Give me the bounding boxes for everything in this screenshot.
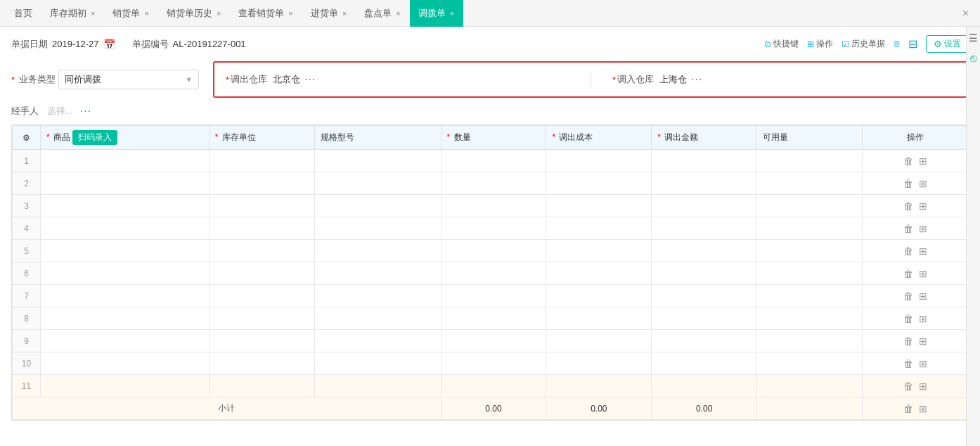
row-qty-3[interactable]: [441, 195, 546, 217]
row-qty-8[interactable]: [441, 307, 546, 330]
row-qty-1[interactable]: [441, 150, 546, 172]
row-unit-2[interactable]: [209, 172, 314, 195]
row-cost-7[interactable]: [546, 285, 652, 307]
row-amount-6[interactable]: [652, 262, 757, 285]
tab-sales-history-close[interactable]: ×: [217, 9, 221, 18]
row-cost-3[interactable]: [546, 195, 652, 217]
row-spec-3[interactable]: [314, 195, 441, 217]
row-cost-4[interactable]: [546, 217, 652, 240]
row-available-2[interactable]: [757, 172, 863, 195]
row-qty-4[interactable]: [441, 217, 546, 240]
row-unit-5[interactable]: [209, 240, 314, 262]
tab-transfer-close[interactable]: ×: [450, 9, 454, 18]
warehouse-out-more-button[interactable]: ···: [304, 73, 316, 86]
row-product-3[interactable]: [41, 195, 209, 217]
copy-icon-4[interactable]: ⊞: [919, 223, 927, 234]
handler-more-button[interactable]: ···: [80, 105, 91, 117]
row-available-1[interactable]: [757, 150, 863, 172]
tab-home[interactable]: 首页: [6, 0, 41, 27]
row-amount-3[interactable]: [652, 195, 757, 217]
row-unit-10[interactable]: [209, 352, 314, 375]
history-button[interactable]: ☑ 历史单据: [842, 38, 885, 50]
row-available-8[interactable]: [757, 307, 863, 330]
row-unit-8[interactable]: [209, 307, 314, 330]
row-available-10[interactable]: [757, 352, 863, 375]
tab-stocktake[interactable]: 盘点单 ×: [356, 0, 409, 27]
tab-inventory-initial-close[interactable]: ×: [91, 9, 95, 18]
tab-purchase-close[interactable]: ×: [342, 9, 347, 18]
tab-sales-order-close[interactable]: ×: [144, 9, 148, 18]
calendar-icon[interactable]: 📅: [103, 39, 115, 50]
tab-transfer[interactable]: 调拨单 ×: [410, 0, 463, 27]
row-spec-10[interactable]: [314, 352, 441, 375]
row-product-7[interactable]: [41, 285, 209, 307]
copy-icon-9[interactable]: ⊞: [919, 336, 927, 347]
copy-icon-1[interactable]: ⊞: [919, 155, 927, 167]
row-unit-11[interactable]: [209, 375, 314, 397]
row-cost-2[interactable]: [546, 172, 652, 195]
row-product-9[interactable]: [41, 330, 209, 352]
row-spec-6[interactable]: [314, 262, 441, 285]
row-product-4[interactable]: [41, 217, 209, 240]
setting-button[interactable]: ⚙ 设置: [926, 35, 969, 53]
delete-icon-8[interactable]: 🗑: [903, 313, 913, 324]
row-spec-4[interactable]: [314, 217, 441, 240]
row-unit-1[interactable]: [209, 150, 314, 172]
row-cost-8[interactable]: [546, 307, 652, 330]
list-view-button[interactable]: ≡: [894, 38, 900, 51]
row-product-8[interactable]: [41, 307, 209, 330]
row-cost-11[interactable]: [546, 375, 652, 397]
row-spec-5[interactable]: [314, 240, 441, 262]
grid-view-button[interactable]: ⊟: [908, 37, 917, 51]
copy-icon-11[interactable]: ⊞: [919, 381, 927, 392]
row-available-6[interactable]: [757, 262, 863, 285]
row-spec-2[interactable]: [314, 172, 441, 195]
row-amount-9[interactable]: [652, 330, 757, 352]
row-cost-10[interactable]: [546, 352, 652, 375]
tab-stocktake-close[interactable]: ×: [396, 9, 400, 18]
tab-sales-history[interactable]: 销货单历史 ×: [158, 0, 230, 27]
row-qty-5[interactable]: [441, 240, 546, 262]
row-unit-3[interactable]: [209, 195, 314, 217]
row-product-11[interactable]: [41, 375, 209, 397]
copy-icon-6[interactable]: ⊞: [919, 268, 927, 279]
row-product-6[interactable]: [41, 262, 209, 285]
row-available-3[interactable]: [757, 195, 863, 217]
row-spec-7[interactable]: [314, 285, 441, 307]
row-spec-8[interactable]: [314, 307, 441, 330]
row-qty-10[interactable]: [441, 352, 546, 375]
delete-icon-5[interactable]: 🗑: [903, 246, 913, 257]
delete-icon-10[interactable]: 🗑: [903, 358, 913, 369]
row-available-7[interactable]: [757, 285, 863, 307]
row-product-2[interactable]: [41, 172, 209, 195]
row-amount-7[interactable]: [652, 285, 757, 307]
delete-icon-2[interactable]: 🗑: [903, 178, 913, 189]
delete-icon-sub[interactable]: 🗑: [903, 403, 913, 414]
copy-icon-3[interactable]: ⊞: [919, 200, 927, 212]
row-cost-9[interactable]: [546, 330, 652, 352]
delete-icon-1[interactable]: 🗑: [903, 155, 913, 167]
scan-button[interactable]: 扫码录入: [72, 130, 117, 145]
row-cost-1[interactable]: [546, 150, 652, 172]
row-unit-4[interactable]: [209, 217, 314, 240]
warehouse-in-more-button[interactable]: ···: [691, 73, 702, 86]
row-amount-4[interactable]: [652, 217, 757, 240]
row-amount-10[interactable]: [652, 352, 757, 375]
row-qty-9[interactable]: [441, 330, 546, 352]
copy-icon-10[interactable]: ⊞: [919, 358, 927, 369]
copy-icon-2[interactable]: ⊞: [919, 178, 927, 189]
sidebar-external-link-icon[interactable]: ⎋: [970, 52, 977, 65]
window-close-button[interactable]: ×: [957, 7, 974, 20]
row-qty-6[interactable]: [441, 262, 546, 285]
row-available-11[interactable]: [757, 375, 863, 397]
delete-icon-4[interactable]: 🗑: [903, 223, 913, 234]
row-unit-7[interactable]: [209, 285, 314, 307]
row-unit-6[interactable]: [209, 262, 314, 285]
tab-purchase[interactable]: 进货单 ×: [302, 0, 356, 27]
copy-icon-5[interactable]: ⊞: [919, 246, 927, 257]
row-available-5[interactable]: [757, 240, 863, 262]
handler-placeholder[interactable]: 选择...: [47, 105, 73, 117]
tab-view-sales[interactable]: 查看销货单 ×: [230, 0, 302, 27]
row-spec-1[interactable]: [314, 150, 441, 172]
table-settings-icon[interactable]: ⚙: [22, 133, 30, 143]
